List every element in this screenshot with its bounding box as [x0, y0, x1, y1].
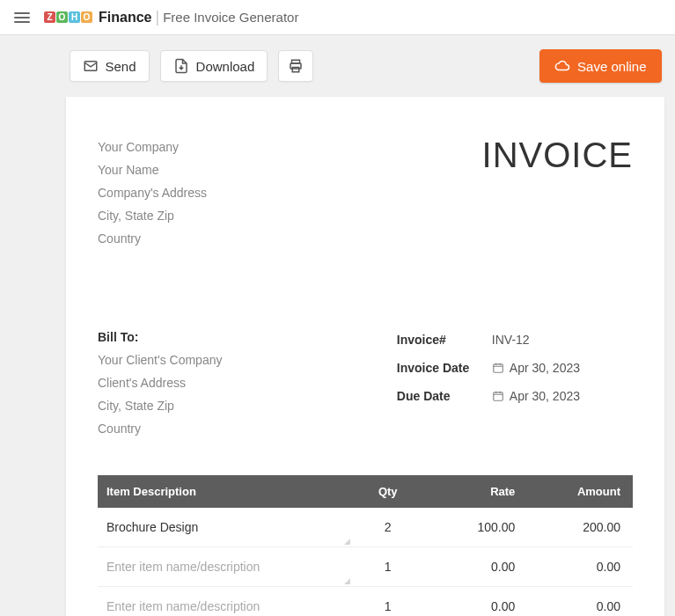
resize-grip-icon[interactable]: [343, 538, 350, 545]
due-date-value[interactable]: Apr 30, 2023: [510, 389, 580, 403]
items-tbody: Brochure Design 2 100.00 200.00 Enter it…: [98, 508, 633, 616]
invoice-date-label: Invoice Date: [397, 361, 492, 375]
item-rate-input[interactable]: 0.00: [424, 547, 524, 587]
calendar-icon: [492, 362, 504, 374]
company-block[interactable]: Your Company Your Name Company's Address…: [98, 136, 207, 250]
download-button[interactable]: Download: [160, 50, 268, 82]
svg-rect-5: [494, 392, 503, 400]
send-label: Send: [106, 59, 136, 74]
company-name[interactable]: Your Company: [98, 136, 207, 158]
th-rate: Rate: [424, 475, 524, 508]
th-qty: Qty: [352, 475, 424, 508]
mail-icon: [83, 58, 99, 74]
action-toolbar: Send Download Save online: [4, 35, 672, 97]
client-country[interactable]: Country: [98, 417, 222, 440]
print-icon: [288, 58, 304, 74]
invoice-meta: Invoice# INV-12 Invoice Date Apr 30, 202…: [397, 326, 580, 410]
invoice-meta-row: Bill To: Your Client's Company Client's …: [98, 326, 633, 440]
invoice-page: Your Company Your Name Company's Address…: [66, 97, 664, 616]
save-online-label: Save online: [577, 59, 646, 74]
company-city[interactable]: City, State Zip: [98, 204, 207, 227]
calendar-icon: [492, 390, 504, 402]
item-amount: 200.00: [524, 508, 633, 547]
billto-block[interactable]: Bill To: Your Client's Company Client's …: [98, 326, 222, 440]
client-city[interactable]: City, State Zip: [98, 394, 222, 417]
send-button[interactable]: Send: [70, 50, 150, 82]
th-desc: Item Description: [98, 475, 352, 508]
resize-grip-icon[interactable]: [343, 577, 350, 584]
brand-subtitle: Free Invoice Generator: [163, 10, 298, 25]
th-amount: Amount: [524, 475, 633, 508]
invoice-number-value[interactable]: INV-12: [492, 333, 530, 347]
item-qty-input[interactable]: 1: [352, 547, 424, 587]
item-rate-input[interactable]: 0.00: [424, 587, 524, 617]
company-address[interactable]: Company's Address: [98, 181, 207, 204]
billto-label: Bill To:: [98, 326, 222, 348]
print-button[interactable]: [278, 50, 313, 82]
item-desc-input[interactable]: Enter item name/description: [98, 587, 352, 617]
brand-divider: |: [155, 8, 159, 26]
invoice-header-row: Your Company Your Name Company's Address…: [98, 136, 633, 250]
item-qty-input[interactable]: 1: [352, 587, 424, 617]
table-row: Brochure Design 2 100.00 200.00: [98, 508, 633, 547]
topbar: ZOHO Finance | Free Invoice Generator: [0, 0, 675, 35]
invoice-number-label: Invoice#: [397, 333, 492, 347]
invoice-title[interactable]: INVOICE: [482, 136, 633, 175]
brand-logo: ZOHO Finance | Free Invoice Generator: [44, 8, 298, 26]
hamburger-menu-icon[interactable]: [11, 9, 33, 26]
due-date-label: Due Date: [397, 389, 492, 403]
item-desc-input[interactable]: Brochure Design: [98, 508, 352, 547]
zoho-logo-icon: ZOHO: [44, 11, 93, 23]
item-amount: 0.00: [524, 547, 633, 587]
download-label: Download: [196, 59, 255, 74]
client-address[interactable]: Client's Address: [98, 371, 222, 394]
your-name[interactable]: Your Name: [98, 158, 207, 181]
cloud-icon: [554, 58, 570, 74]
item-amount: 0.00: [524, 587, 633, 617]
company-country[interactable]: Country: [98, 227, 207, 250]
item-desc-input[interactable]: Enter item name/description: [98, 547, 352, 587]
table-row: Enter item name/description 1 0.00 0.00: [98, 547, 633, 587]
save-online-button[interactable]: Save online: [539, 49, 661, 83]
client-company[interactable]: Your Client's Company: [98, 348, 222, 371]
table-row: Enter item name/description 1 0.00 0.00: [98, 587, 633, 617]
download-icon: [173, 58, 189, 74]
brand-finance-text: Finance: [99, 10, 151, 26]
svg-rect-4: [494, 364, 503, 372]
items-table: Item Description Qty Rate Amount Brochur…: [98, 475, 633, 616]
item-rate-input[interactable]: 100.00: [424, 508, 524, 547]
invoice-date-value[interactable]: Apr 30, 2023: [510, 361, 580, 375]
item-qty-input[interactable]: 2: [352, 508, 424, 547]
